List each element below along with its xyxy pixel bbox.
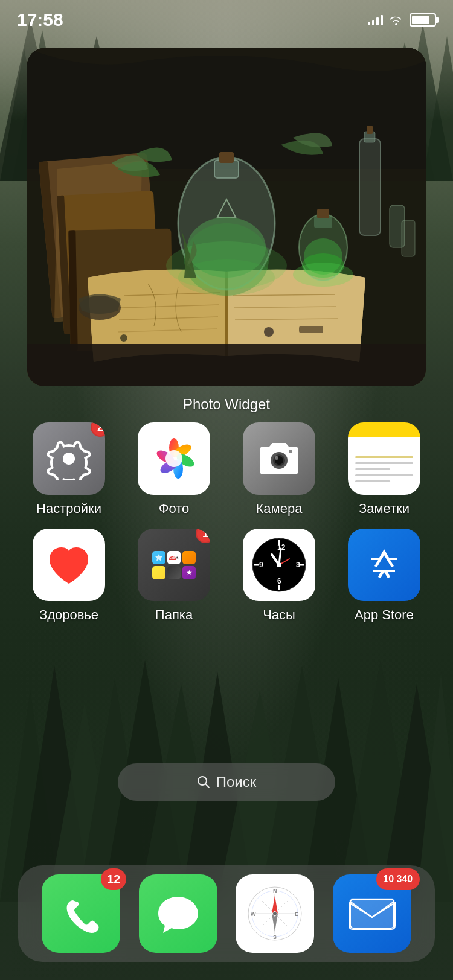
- appstore-label: App Store: [355, 607, 414, 623]
- app-row-1: 2 Настройки: [24, 422, 429, 517]
- search-label: Поиск: [216, 774, 257, 791]
- app-camera[interactable]: Камера: [234, 422, 324, 517]
- app-health[interactable]: Здоровье: [24, 529, 114, 623]
- battery-icon: [410, 13, 436, 27]
- photos-label: Фото: [159, 501, 190, 517]
- search-icon: [197, 775, 210, 789]
- svg-text:N: N: [273, 888, 277, 894]
- phone-badge: 12: [101, 868, 126, 890]
- app-appstore[interactable]: App Store: [339, 529, 429, 623]
- photo-widget[interactable]: [27, 48, 426, 386]
- folder-badge: 1: [196, 529, 210, 543]
- svg-text:9: 9: [259, 561, 263, 569]
- phone-icon[interactable]: 12: [42, 874, 120, 953]
- svg-text:S: S: [273, 934, 277, 940]
- notes-icon[interactable]: [348, 422, 420, 495]
- svg-point-87: [277, 562, 281, 567]
- widget-label: Photo Widget: [27, 396, 426, 413]
- widget-image: [27, 48, 426, 386]
- settings-badge: 2: [91, 422, 105, 437]
- search-bar[interactable]: Поиск: [118, 763, 335, 801]
- dock-mail[interactable]: 10 340: [333, 874, 411, 953]
- app-clock[interactable]: 12 6 9 3 Часы: [234, 529, 324, 623]
- app-grid: 2 Настройки: [0, 422, 453, 635]
- app-photos[interactable]: Фото: [129, 422, 219, 517]
- svg-point-73: [289, 450, 292, 453]
- svg-rect-43: [27, 344, 426, 386]
- svg-point-39: [293, 262, 353, 287]
- svg-text:E: E: [295, 911, 298, 917]
- svg-rect-26: [219, 152, 234, 163]
- status-bar: 17:58: [0, 0, 453, 33]
- svg-rect-46: [299, 326, 323, 333]
- health-icon[interactable]: [33, 529, 105, 601]
- svg-text:W: W: [251, 911, 256, 917]
- health-label: Здоровье: [39, 607, 98, 623]
- dock-phone[interactable]: 12: [42, 874, 120, 953]
- safari-icon[interactable]: N S W E: [236, 874, 314, 953]
- svg-rect-103: [349, 898, 395, 929]
- svg-rect-36: [317, 209, 329, 218]
- app-notes[interactable]: Заметки: [339, 422, 429, 517]
- app-folder[interactable]: 1 СУБ 3: [129, 529, 219, 623]
- folder-label: Папка: [155, 607, 193, 623]
- dock-safari[interactable]: N S W E: [236, 874, 314, 953]
- mail-icon[interactable]: 10 340: [333, 874, 411, 953]
- notes-label: Заметки: [359, 501, 410, 517]
- camera-label: Камера: [256, 501, 303, 517]
- clock-icon[interactable]: 12 6 9 3: [243, 529, 315, 601]
- svg-text:3: 3: [296, 561, 300, 569]
- svg-text:6: 6: [277, 577, 281, 585]
- svg-rect-41: [402, 220, 415, 256]
- messages-icon[interactable]: [139, 874, 217, 953]
- settings-icon[interactable]: 2: [33, 422, 105, 495]
- appstore-icon[interactable]: [348, 529, 420, 601]
- svg-rect-31: [359, 139, 381, 235]
- app-row-2: Здоровье 1 СУБ 3: [24, 529, 429, 623]
- photo-widget-container[interactable]: Photo Widget: [27, 48, 426, 413]
- folder-icon[interactable]: 1 СУБ 3: [138, 529, 210, 601]
- camera-icon[interactable]: [243, 422, 315, 495]
- svg-point-61: [63, 453, 75, 465]
- svg-point-45: [120, 334, 127, 342]
- settings-label: Настройки: [36, 501, 101, 517]
- svg-line-89: [205, 784, 209, 788]
- status-icons: [368, 13, 436, 27]
- signal-icon: [368, 14, 383, 25]
- clock-label: Часы: [263, 607, 295, 623]
- app-settings[interactable]: 2 Настройки: [24, 422, 114, 517]
- svg-point-68: [165, 450, 182, 467]
- svg-point-72: [275, 456, 278, 460]
- dock: 12: [18, 865, 435, 962]
- dock-messages[interactable]: [139, 874, 217, 953]
- photos-icon[interactable]: [138, 422, 210, 495]
- mail-badge: 10 340: [376, 868, 420, 890]
- status-time: 17:58: [17, 10, 63, 30]
- wifi-icon: [389, 14, 403, 25]
- svg-rect-33: [367, 126, 373, 134]
- svg-point-98: [273, 912, 277, 915]
- svg-point-44: [264, 327, 274, 337]
